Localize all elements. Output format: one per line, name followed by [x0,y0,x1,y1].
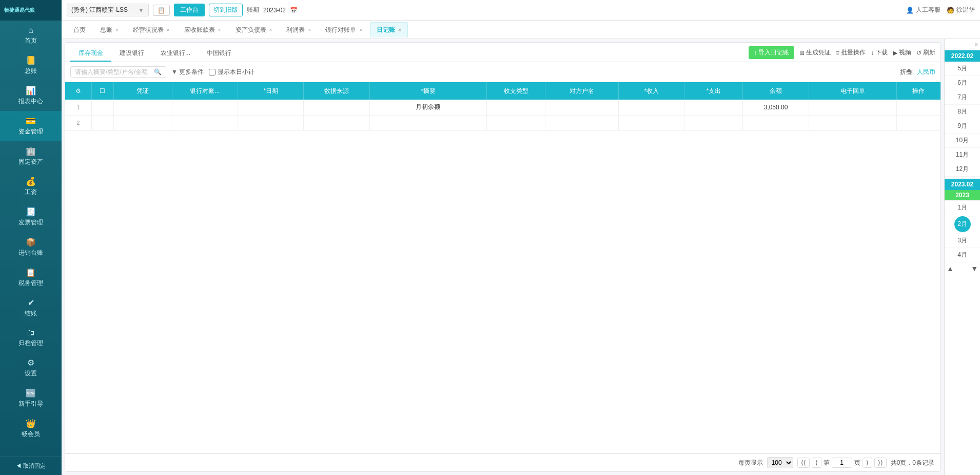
date-month-2023-3月[interactable]: 3月 [945,234,980,248]
row1-date [238,100,304,115]
tab-close-icon[interactable]: × [167,27,170,33]
generate-voucher-button[interactable]: ⊞ 生成凭证 [799,48,831,57]
logo-text: 畅捷通易代账 [4,7,35,13]
customer-service[interactable]: 👤 人工客服 [906,6,940,14]
import-icon: ↑ [754,49,757,56]
sidebar-item-settings[interactable]: ⚙ 设置 [0,353,62,383]
date-month-2022-11月[interactable]: 11月 [945,148,980,162]
date-panel-year-2022: 2022.02 [945,50,980,62]
tab-close-icon[interactable]: × [218,27,221,33]
service-label: 人工客服 [916,6,940,14]
date-month-2022-9月[interactable]: 9月 [945,119,980,134]
user-name: 徐温华 [956,6,975,14]
sidebar-item-archive[interactable]: 🗂 归档管理 [0,323,62,353]
tab-经营状况表[interactable]: 经营状况表× [126,22,177,37]
row2-source [304,115,369,130]
filter-icon: ▼ [171,68,178,75]
currency-value[interactable]: 人民币 [917,68,935,77]
daily-total-checkbox[interactable] [209,69,215,75]
per-page-select[interactable]: 100 50 200 [767,457,793,468]
date-month-2023-1月[interactable]: 1月 [945,201,980,215]
tab-close-icon[interactable]: × [269,27,272,33]
row2-partner [545,115,619,130]
period-calendar-icon[interactable]: 📅 [290,7,298,14]
last-page-button[interactable]: ⟩⟩ [874,458,887,468]
sidebar-item-guide[interactable]: 🆕 新手引导 [0,383,62,413]
subtab-建设银行[interactable]: 建设银行 [111,46,152,62]
date-month-2022-8月[interactable]: 8月 [945,105,980,119]
row1-source [304,100,369,115]
date-month-2022-7月[interactable]: 7月 [945,90,980,105]
subtab-农业银行...[interactable]: 农业银行... [152,46,199,62]
tab-close-icon[interactable]: × [359,27,362,33]
sidebar-item-assets[interactable]: 🏢 固定资产 [0,141,62,172]
tab-日记账[interactable]: 日记账× [370,22,408,37]
date-month-2022-5月[interactable]: 5月 [945,62,980,76]
subtab-中国银行[interactable]: 中国银行 [199,46,240,62]
service-icon: 👤 [906,7,914,14]
workspace-button[interactable]: 工作台 [174,4,205,16]
col-check[interactable]: ☐ [91,82,113,100]
tab-银行对账单[interactable]: 银行对账单× [319,22,369,37]
sidebar-footer[interactable]: ◀ 取消固定 [0,457,62,475]
date-month-2022-12月[interactable]: 12月 [945,162,980,177]
refresh-button[interactable]: ↺ 刷新 [916,48,935,57]
subtab-库存现金[interactable]: 库存现金 [70,46,111,62]
page-input[interactable] [832,458,852,468]
row2-action [896,115,940,130]
generate-icon: ⊞ [799,49,805,56]
batch-op-button[interactable]: ≡ 批量操作 [836,48,866,57]
first-page-button[interactable]: ⟨⟨ [797,458,810,468]
search-icon[interactable]: 🔍 [154,68,162,75]
tab-close-icon[interactable]: × [308,27,311,33]
switch-old-button[interactable]: 切到旧版 [209,4,243,16]
company-selector[interactable]: (势务) 江西赣宝-LSS ▼ [67,4,149,16]
tab-利润表[interactable]: 利润表× [280,22,318,37]
more-conditions-button[interactable]: ▼ 更多条件 [171,68,204,77]
tab-close-icon[interactable]: × [398,27,401,33]
col-settings[interactable]: ⚙ [65,82,91,100]
table-row: 1 月初余额 3,050.00 [65,100,940,115]
date-month-2022-10月[interactable]: 10月 [945,134,980,148]
date-month-2023-4月[interactable]: 4月 [945,248,980,262]
date-panel-close-button[interactable]: × [945,39,980,50]
sidebar-footer-label: ◀ 取消固定 [16,462,46,470]
search-input[interactable] [75,68,152,75]
close-icon: × [974,41,978,48]
ledger-icon: 📒 [26,55,36,65]
import-journal-button[interactable]: ↑ 导入日记账 [749,46,794,59]
date-nav-down-button[interactable]: ▼ [971,264,978,273]
tab-close-icon[interactable]: × [115,27,119,33]
video-button[interactable]: ▶ 视频 [893,48,911,57]
sidebar-item-fund[interactable]: 💳 资金管理 [0,111,62,141]
date-month-2023-2月[interactable]: 2月 [954,216,971,233]
tab-资产负债表[interactable]: 资产负债表× [229,22,279,37]
sidebar-item-reports[interactable]: 📊 报表中心 [0,81,62,111]
prev-page-button[interactable]: ⟨ [812,458,821,468]
col-expense: *支出 [684,82,743,100]
tab-应收账款表[interactable]: 应收账款表× [178,22,228,37]
sidebar-item-salary[interactable]: 💰 工资 [0,172,62,202]
sidebar-item-home[interactable]: ⌂ 首页 [0,21,62,50]
row2-check[interactable] [91,115,113,130]
download-button[interactable]: ↓ 下载 [871,48,888,57]
sidebar-item-member[interactable]: 👑 畅会员 [0,413,62,444]
sidebar-item-ledger[interactable]: 📒 总账 [0,50,62,81]
date-nav-up-button[interactable]: ▲ [947,264,954,273]
table-wrapper: ⚙ ☐ 凭证 银行对账... *日期 数据来源 *摘要 收支类型 对方户名 *收… [65,82,940,453]
date-month-2022-6月[interactable]: 6月 [945,76,980,90]
user-profile[interactable]: 🧑 徐温华 [947,6,975,14]
sidebar-item-purchase[interactable]: 📦 进销台账 [0,232,62,262]
daily-total-checkbox-label[interactable]: 显示本日小计 [209,68,254,77]
next-page-button[interactable]: ⟩ [863,458,872,468]
tab-首页[interactable]: 首页 [67,22,92,37]
sidebar-item-tax[interactable]: 📋 税务管理 [0,262,62,293]
copy-button[interactable]: 📋 [153,5,170,16]
tab-总账[interactable]: 总账× [93,22,125,37]
sidebar-item-invoice[interactable]: 🧾 发票管理 [0,202,62,232]
row1-check[interactable] [91,100,113,115]
sidebar-item-settle[interactable]: ✔ 结账 [0,293,62,323]
row2-expense [684,115,743,130]
assets-icon: 🏢 [26,146,36,156]
sidebar-label-settings: 设置 [25,369,37,378]
